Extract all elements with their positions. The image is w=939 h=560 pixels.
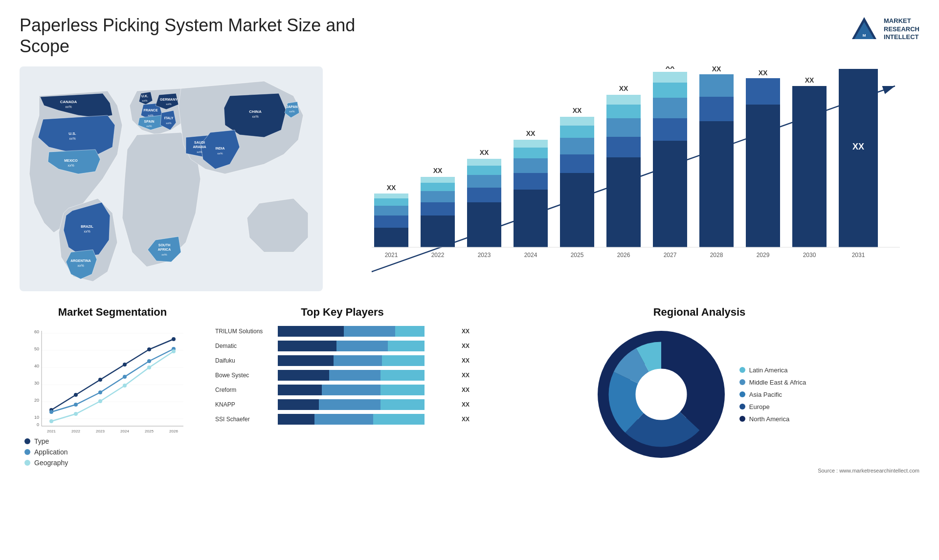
legend-type: Type: [24, 437, 205, 445]
map-label-uk: U.K.: [141, 94, 148, 98]
svg-text:XX: XX: [712, 66, 721, 73]
player-name: KNAPP: [215, 401, 274, 408]
player-bar-segment: [380, 370, 425, 381]
player-row: SSI SchaeferXX: [215, 414, 470, 425]
svg-rect-41: [514, 140, 548, 148]
player-row: DaifukuXX: [215, 355, 470, 366]
svg-point-106: [123, 375, 127, 379]
svg-text:40: 40: [34, 364, 39, 368]
svg-text:xx%: xx%: [166, 103, 172, 106]
svg-text:2027: 2027: [664, 252, 677, 258]
bottom-section: Market Segmentation 60 50 40 30 20 10 0: [20, 306, 919, 474]
page-title: Paperless Picking System Market Size and…: [20, 15, 362, 57]
player-bar-segment: [344, 326, 395, 337]
svg-text:XX: XX: [433, 167, 443, 174]
svg-text:ARABIA: ARABIA: [193, 145, 206, 149]
legend-north-america-label: North America: [749, 415, 789, 423]
map-label-japan: JAPAN: [286, 105, 297, 108]
svg-text:10: 10: [34, 415, 39, 420]
player-bar: [278, 414, 455, 425]
svg-point-114: [172, 349, 176, 353]
svg-rect-48: [560, 117, 594, 126]
svg-text:2031: 2031: [852, 252, 865, 258]
svg-point-112: [123, 384, 127, 388]
svg-point-104: [74, 403, 78, 407]
player-bar-segment: [329, 370, 380, 381]
legend-europe-dot: [739, 404, 745, 409]
bar-2021-seg3: [374, 206, 408, 215]
svg-rect-27: [421, 177, 455, 183]
player-bar-segment: [322, 385, 380, 395]
svg-point-102: [172, 337, 176, 341]
player-value: XX: [462, 416, 470, 423]
svg-rect-51: [606, 157, 641, 247]
players-list: TRILUM SolutionsXXDematicXXDaifukuXXBowe…: [215, 326, 470, 425]
player-row: Bowe SystecXX: [215, 370, 470, 381]
segmentation-legend: Type Application Geography: [20, 437, 205, 467]
svg-point-101: [147, 347, 151, 351]
player-bar: [278, 370, 455, 381]
svg-rect-24: [421, 202, 455, 215]
map-label-argentina: ARGENTINA: [70, 259, 91, 262]
svg-point-109: [49, 419, 53, 423]
map-label-us: U.S.: [68, 131, 76, 136]
bar-2021-seg2: [374, 215, 408, 228]
player-value: XX: [462, 328, 470, 335]
svg-rect-55: [606, 95, 641, 105]
player-row: TRILUM SolutionsXX: [215, 326, 470, 337]
player-bar: [278, 385, 455, 395]
svg-point-111: [98, 399, 102, 403]
svg-rect-71: [746, 78, 780, 105]
player-name: Dematic: [215, 343, 274, 349]
svg-text:xx%: xx%: [197, 151, 202, 153]
svg-text:xx%: xx%: [146, 125, 152, 128]
svg-text:2025: 2025: [145, 429, 154, 433]
svg-text:M: M: [863, 33, 866, 38]
svg-text:2023: 2023: [96, 429, 105, 433]
player-value: XX: [462, 387, 470, 393]
svg-rect-77: [839, 69, 878, 247]
svg-text:XX: XX: [619, 85, 628, 92]
svg-rect-34: [467, 159, 501, 166]
top-section: CANADA xx% U.S. xx% MEXICO xx% BRAZIL xx…: [20, 66, 919, 291]
svg-text:20: 20: [34, 398, 39, 403]
legend-asia-pacific: Asia Pacific: [739, 391, 806, 398]
svg-rect-74: [792, 86, 827, 247]
map-label-brazil: BRAZIL: [81, 225, 93, 228]
legend-latin-america-label: Latin America: [749, 366, 788, 374]
legend-geography: Geography: [24, 459, 205, 467]
svg-text:2023: 2023: [478, 252, 491, 258]
svg-text:2030: 2030: [803, 252, 816, 258]
svg-rect-67: [699, 74, 734, 97]
logo-text: MARKET RESEARCH INTELLECT: [884, 17, 919, 42]
svg-text:30: 30: [34, 381, 39, 386]
logo-area: M MARKET RESEARCH INTELLECT: [850, 15, 919, 44]
svg-text:0: 0: [37, 422, 39, 427]
svg-rect-62: [653, 72, 687, 83]
player-name: TRILUM Solutions: [215, 328, 274, 335]
bar-2021-seg5: [374, 194, 408, 198]
segmentation-area: Market Segmentation 60 50 40 30 20 10 0: [20, 306, 205, 474]
legend-europe: Europe: [739, 403, 806, 410]
map-label-germany: GERMANY: [160, 98, 178, 101]
player-bar-segment: [278, 399, 319, 410]
segmentation-chart: 60 50 40 30 20 10 0: [20, 326, 205, 433]
svg-rect-25: [421, 191, 455, 202]
svg-rect-30: [467, 202, 501, 247]
svg-rect-23: [421, 215, 455, 247]
segmentation-title: Market Segmentation: [20, 306, 205, 319]
svg-rect-37: [514, 190, 548, 247]
svg-text:XX: XX: [480, 149, 489, 156]
svg-rect-44: [560, 173, 594, 247]
player-bar-segment: [319, 399, 380, 410]
svg-text:xx%: xx%: [67, 164, 74, 167]
svg-point-105: [98, 390, 102, 394]
donut-legend: Latin America Middle East & Africa Asia …: [739, 366, 806, 423]
svg-rect-54: [606, 105, 641, 118]
player-bar: [278, 326, 455, 337]
svg-point-98: [74, 393, 78, 397]
donut-container: Latin America Middle East & Africa Asia …: [479, 326, 919, 463]
legend-type-dot: [24, 438, 30, 444]
svg-text:2028: 2028: [710, 252, 723, 258]
svg-text:xx%: xx%: [148, 114, 154, 117]
